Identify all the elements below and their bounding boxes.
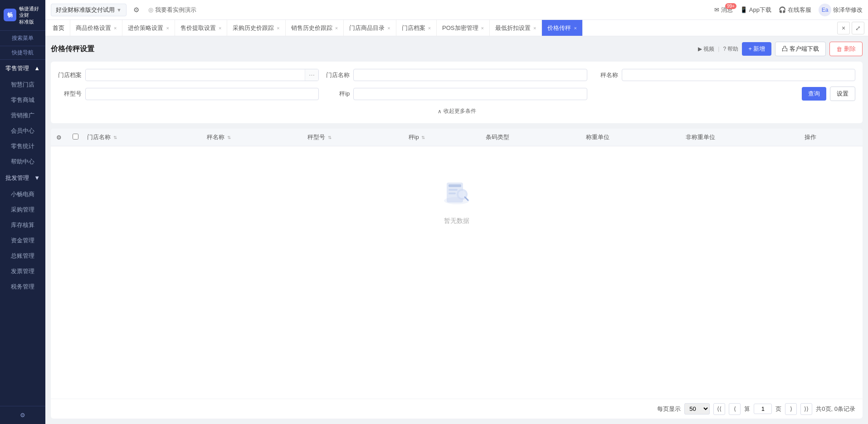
close-icon[interactable]: × (277, 25, 279, 31)
prev-page-button[interactable]: ⟨ (729, 403, 741, 415)
search-row-1: 门店档案 ⋯ 门店名称 秤名称 (58, 69, 855, 81)
scale-name-field: 秤名称 (595, 69, 855, 81)
next-page-button[interactable]: ⟩ (785, 403, 797, 415)
tab-home[interactable]: 首页 (47, 20, 70, 36)
th-scale-name: 秤名称 ⇅ (203, 129, 304, 146)
message-button[interactable]: ✉ 消息 99+ (714, 6, 733, 14)
tab-price-strategy[interactable]: 进价策略设置 × (122, 20, 175, 36)
set-button[interactable]: 设置 (830, 87, 855, 101)
sidebar-item-retail-mall[interactable]: 零售商城 (0, 92, 45, 108)
first-page-button[interactable]: ⟨⟨ (713, 403, 725, 415)
app-download-button[interactable]: 📱 App下载 (740, 6, 771, 14)
sidebar-section-wholesale[interactable]: 批发管理 ▼ (0, 169, 45, 187)
tab-purchase-history[interactable]: 采购历史价跟踪 × (227, 20, 285, 36)
demo-label: 我要看实例演示 (155, 6, 196, 14)
tab-pos-security[interactable]: POS加密管理 × (437, 20, 490, 36)
sidebar-item-ledger[interactable]: 总账管理 (0, 248, 45, 264)
add-button[interactable]: + 新增 (742, 42, 771, 56)
ellipsis-icon[interactable]: ⋯ (305, 69, 318, 81)
tab-min-discount[interactable]: 最低折扣设置 × (490, 20, 542, 36)
scale-ip-input[interactable] (353, 88, 587, 100)
tab-store-catalog[interactable]: 门店商品目录 × (344, 20, 396, 36)
tab-price-extract[interactable]: 售价提取设置 × (175, 20, 227, 36)
sidebar-item-retail-stats[interactable]: 零售统计 (0, 139, 45, 154)
online-service-label: 在线客服 (788, 6, 811, 14)
sidebar-item-help[interactable]: 帮助中心 (0, 154, 45, 169)
sidebar-quick-nav[interactable]: 快捷导航 (0, 46, 45, 60)
sort-icon[interactable]: ⇅ (113, 135, 117, 140)
demo-icon: ◎ (148, 6, 153, 13)
store-name-input[interactable] (353, 69, 587, 81)
close-icon[interactable]: × (387, 25, 390, 31)
main-area: 好业财标准版交付试用 ▼ ⚙ ◎ 我要看实例演示 ✉ 消息 99+ 📱 App下… (45, 0, 868, 424)
delete-button[interactable]: 🗑 删除 (829, 42, 863, 56)
user-name: 徐泽华修改 (833, 6, 863, 14)
table-header-row: ⚙ 门店名称 ⇅ 秤名称 ⇅ (51, 129, 863, 146)
sort-icon[interactable]: ⇅ (421, 135, 425, 140)
tab-product-price[interactable]: 商品价格设置 × (70, 20, 122, 36)
close-icon[interactable]: × (166, 25, 169, 31)
scale-name-input[interactable] (622, 69, 855, 81)
sidebar-item-finance[interactable]: 资金管理 (0, 233, 45, 248)
download-button[interactable]: 凸 客户端下载 (775, 42, 826, 56)
query-button[interactable]: 查询 (802, 87, 826, 101)
last-page-button[interactable]: ⟩⟩ (800, 403, 812, 415)
content-area: 价格传秤设置 ▶ 视频 | ? 帮助 + 新增 凸 客户端下载 🗑 (45, 36, 868, 424)
close-icon[interactable]: × (481, 25, 484, 31)
close-icon[interactable]: × (114, 25, 117, 31)
sidebar-search[interactable]: 搜索菜单 (0, 31, 45, 46)
store-file-input[interactable] (86, 69, 305, 81)
sort-icon[interactable]: ⇅ (227, 135, 231, 140)
th-checkbox (67, 129, 83, 146)
page-input[interactable] (754, 404, 772, 414)
th-scale-model: 秤型号 ⇅ (304, 129, 405, 146)
gear-icon[interactable]: ⚙ (56, 134, 62, 141)
tab-label: 采购历史价跟踪 (233, 24, 274, 32)
home-tab-label: 首页 (53, 24, 64, 32)
sidebar-gear-icon[interactable]: ⚙ (0, 406, 45, 424)
close-icon[interactable]: × (574, 25, 576, 31)
sidebar-item-smart-store[interactable]: 智慧门店 (0, 77, 45, 92)
close-icon[interactable]: × (428, 25, 431, 31)
headset-icon: 🎧 (779, 6, 786, 13)
user-menu[interactable]: Ea 徐泽华修改 (819, 4, 863, 16)
tab-store-profile[interactable]: 门店档案 × (396, 20, 437, 36)
close-tab-button[interactable]: × (837, 22, 850, 34)
expand-tab-button[interactable]: ⤢ (852, 22, 864, 34)
sidebar-item-member[interactable]: 会员中心 (0, 123, 45, 139)
scale-model-input[interactable] (85, 88, 319, 100)
sidebar-item-marketing[interactable]: 营销推广 (0, 108, 45, 123)
help-link[interactable]: ? 帮助 (723, 45, 738, 53)
select-all-checkbox[interactable] (73, 134, 78, 140)
sidebar-item-ecommerce[interactable]: 小畅电商 (0, 187, 45, 202)
collapse-button[interactable]: ∧ 收起更多条件 (58, 106, 855, 116)
tab-price-scale[interactable]: 价格传秤 × (542, 20, 582, 36)
demo-button[interactable]: ◎ 我要看实例演示 (148, 6, 196, 14)
sort-icon[interactable]: ⇅ (328, 135, 332, 140)
tab-sales-history[interactable]: 销售历史价跟踪 × (286, 20, 344, 36)
help-label: 帮助 (727, 45, 738, 53)
settings-icon[interactable]: ⚙ (130, 4, 143, 16)
scale-model-label: 秤型号 (58, 90, 82, 98)
close-icon[interactable]: × (219, 25, 221, 31)
sidebar-item-invoice[interactable]: 发票管理 (0, 264, 45, 279)
online-service-button[interactable]: 🎧 在线客服 (779, 6, 811, 14)
scale-ip-field: 秤ip (326, 88, 587, 100)
video-icon: ▶ (698, 46, 702, 52)
data-table: ⚙ 门店名称 ⇅ 秤名称 ⇅ (51, 129, 863, 146)
sidebar-item-purchase[interactable]: 采购管理 (0, 202, 45, 217)
table-wrapper: ⚙ 门店名称 ⇅ 秤名称 ⇅ (51, 129, 863, 399)
sidebar-item-inventory[interactable]: 库存核算 (0, 217, 45, 233)
phone-icon: 📱 (740, 6, 747, 13)
th-scale-ip: 秤ip ⇅ (405, 129, 483, 146)
per-page-select[interactable]: 20 50 100 (684, 403, 710, 414)
store-file-input-wrapper: ⋯ (85, 69, 319, 81)
topbar-right: ✉ 消息 99+ 📱 App下载 🎧 在线客服 Ea 徐泽华修改 (714, 4, 863, 16)
close-icon[interactable]: × (335, 25, 338, 31)
store-file-label: 门店档案 (58, 71, 82, 79)
video-link[interactable]: ▶ 视频 (698, 45, 714, 53)
version-selector[interactable]: 好业财标准版交付试用 ▼ (51, 4, 127, 16)
sidebar-item-tax[interactable]: 税务管理 (0, 279, 45, 294)
close-icon[interactable]: × (533, 25, 536, 31)
sidebar-section-retail[interactable]: 零售管理 ▲ (0, 60, 45, 77)
